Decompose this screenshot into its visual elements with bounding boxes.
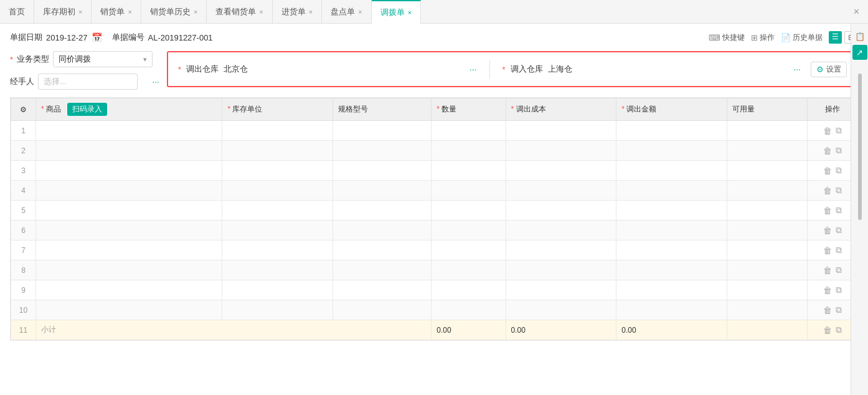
copy-icon-10[interactable]: ⧉ <box>836 305 842 315</box>
cell-available-10[interactable] <box>727 300 807 320</box>
cell-cost-4[interactable] <box>506 181 616 201</box>
tab-purchase-close[interactable]: × <box>309 8 313 16</box>
tab-inventory-init[interactable]: 库存期初 × <box>34 0 92 24</box>
col-gear[interactable]: ⚙ <box>11 98 36 121</box>
tab-purchase[interactable]: 进货单 × <box>273 0 322 24</box>
copy-icon-9[interactable]: ⧉ <box>836 285 842 295</box>
delete-icon-2[interactable]: 🗑 <box>823 146 832 156</box>
delete-icon-1[interactable]: 🗑 <box>823 126 832 136</box>
tab-transfer[interactable]: 调拨单 × <box>372 0 421 24</box>
business-type-select[interactable]: 同价调拨 ▾ <box>53 51 153 67</box>
tab-sales-history[interactable]: 销货单历史 × <box>141 0 207 24</box>
cell-available-6[interactable] <box>727 221 807 240</box>
warehouse-in-more-btn[interactable]: ··· <box>793 64 801 74</box>
cell-qty-4[interactable] <box>432 181 506 201</box>
warehouse-out-more-btn[interactable]: ··· <box>469 64 477 74</box>
cell-spec-6[interactable] <box>333 221 432 240</box>
cell-qty-7[interactable] <box>432 240 506 260</box>
cell-cost-3[interactable] <box>506 161 616 181</box>
list-view-btn[interactable]: ☰ <box>829 31 842 44</box>
cell-amount-5[interactable] <box>616 201 727 221</box>
cell-amount-3[interactable] <box>616 161 727 181</box>
cell-product-6[interactable] <box>36 221 222 240</box>
cell-unit-9[interactable] <box>222 280 333 300</box>
cell-available-1[interactable] <box>727 121 807 141</box>
delete-icon-8[interactable]: 🗑 <box>823 265 832 275</box>
cell-spec-3[interactable] <box>333 161 432 181</box>
handler-select[interactable]: 选择... <box>38 74 138 90</box>
cell-unit-10[interactable] <box>222 300 333 320</box>
copy-icon-7[interactable]: ⧉ <box>836 245 842 255</box>
cell-amount-9[interactable] <box>616 280 727 300</box>
tab-sales-order-close[interactable]: × <box>128 8 131 16</box>
cell-qty-10[interactable] <box>432 300 506 320</box>
tab-inventory-check-close[interactable]: × <box>358 8 362 16</box>
window-close-button[interactable]: × <box>845 6 868 17</box>
tab-transfer-close[interactable]: × <box>408 9 412 16</box>
cell-cost-2[interactable] <box>506 141 616 161</box>
tab-inventory-init-close[interactable]: × <box>78 8 82 16</box>
cell-unit-1[interactable] <box>222 121 333 141</box>
delete-icon[interactable]: 🗑 <box>823 325 832 335</box>
cell-spec-4[interactable] <box>333 181 432 201</box>
cell-unit-7[interactable] <box>222 240 333 260</box>
cell-available-7[interactable] <box>727 240 807 260</box>
copy-icon-3[interactable]: ⧉ <box>836 165 842 176</box>
cell-unit-6[interactable] <box>222 221 333 240</box>
cell-unit-2[interactable] <box>222 141 333 161</box>
cell-cost-5[interactable] <box>506 201 616 221</box>
cell-amount-10[interactable] <box>616 300 727 320</box>
copy-icon[interactable]: ⧉ <box>836 325 842 335</box>
cell-spec-1[interactable] <box>333 121 432 141</box>
cell-available-3[interactable] <box>727 161 807 181</box>
cell-qty-1[interactable] <box>432 121 506 141</box>
cell-qty-8[interactable] <box>432 260 506 280</box>
delete-icon-4[interactable]: 🗑 <box>823 186 832 196</box>
tab-sales-order[interactable]: 销货单 × <box>92 0 141 24</box>
sidebar-document-icon[interactable]: 📋 <box>852 29 867 44</box>
cell-unit-8[interactable] <box>222 260 333 280</box>
cell-product-2[interactable] <box>36 141 222 161</box>
history-btn[interactable]: 📄 历史单据 <box>781 32 823 43</box>
cell-spec-9[interactable] <box>333 280 432 300</box>
cell-product-8[interactable] <box>36 260 222 280</box>
cell-cost-9[interactable] <box>506 280 616 300</box>
tab-inventory-check[interactable]: 盘点单 × <box>322 0 371 24</box>
cell-unit-5[interactable] <box>222 201 333 221</box>
cell-cost-1[interactable] <box>506 121 616 141</box>
settings-button[interactable]: ⚙ 设置 <box>811 62 847 77</box>
cell-unit-4[interactable] <box>222 181 333 201</box>
cell-qty-3[interactable] <box>432 161 506 181</box>
copy-icon-6[interactable]: ⧉ <box>836 225 842 236</box>
delete-icon-3[interactable]: 🗑 <box>823 166 832 176</box>
copy-icon-8[interactable]: ⧉ <box>836 265 842 275</box>
cell-qty-5[interactable] <box>432 201 506 221</box>
cell-available-8[interactable] <box>727 260 807 280</box>
cell-cost-7[interactable] <box>506 240 616 260</box>
cell-product-9[interactable] <box>36 280 222 300</box>
delete-icon-5[interactable]: 🗑 <box>823 206 832 216</box>
cell-spec-8[interactable] <box>333 260 432 280</box>
copy-icon-1[interactable]: ⧉ <box>836 125 842 136</box>
cell-product-3[interactable] <box>36 161 222 181</box>
cell-amount-6[interactable] <box>616 221 727 240</box>
cell-spec-2[interactable] <box>333 141 432 161</box>
cell-product-5[interactable] <box>36 201 222 221</box>
handler-more-btn[interactable]: ··· <box>152 77 159 87</box>
copy-icon-5[interactable]: ⧉ <box>836 205 842 216</box>
cell-cost-6[interactable] <box>506 221 616 240</box>
cell-amount-4[interactable] <box>616 181 727 201</box>
delete-icon-6[interactable]: 🗑 <box>823 226 832 236</box>
copy-icon-4[interactable]: ⧉ <box>836 185 842 196</box>
tab-view-sales[interactable]: 查看销货单 × <box>207 0 272 24</box>
cell-cost-8[interactable] <box>506 260 616 280</box>
cell-spec-5[interactable] <box>333 201 432 221</box>
cell-amount-1[interactable] <box>616 121 727 141</box>
cell-amount-2[interactable] <box>616 141 727 161</box>
scroll-bar[interactable] <box>858 74 862 220</box>
cell-spec-7[interactable] <box>333 240 432 260</box>
tab-sales-history-close[interactable]: × <box>194 8 197 16</box>
cell-available-4[interactable] <box>727 181 807 201</box>
cell-amount-8[interactable] <box>616 260 727 280</box>
cell-product-7[interactable] <box>36 240 222 260</box>
